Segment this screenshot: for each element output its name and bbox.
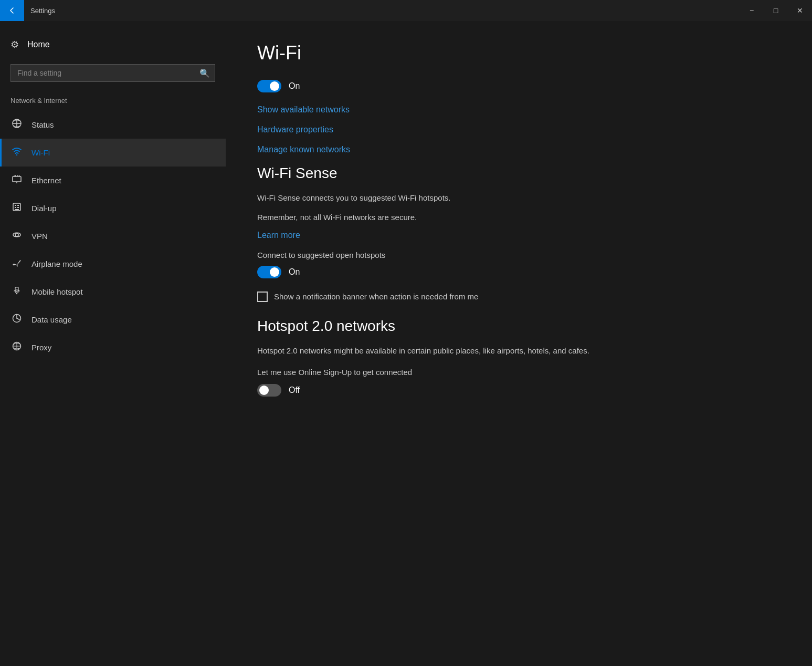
svg-rect-14 [17, 207, 19, 208]
sidebar: ⚙ Home 🔍 Network & Internet Status Wi-Fi [0, 21, 226, 666]
home-icon: ⚙ [10, 39, 19, 50]
close-button[interactable]: ✕ [788, 0, 812, 21]
wifi-toggle[interactable] [257, 80, 281, 92]
signup-toggle[interactable] [257, 384, 281, 397]
minimize-button[interactable]: − [740, 0, 764, 21]
page-title: Wi-Fi [257, 42, 781, 64]
sidebar-item-data-usage[interactable]: Data usage [0, 306, 226, 334]
mobile-hotspot-icon [10, 285, 23, 298]
toggle-thumb [270, 81, 279, 91]
svg-rect-13 [15, 207, 16, 208]
signup-toggle-track [257, 384, 281, 397]
maximize-button[interactable]: □ [764, 0, 788, 21]
hotspot-title: Hotspot 2.0 networks [257, 318, 781, 335]
sidebar-item-mobile-hotspot[interactable]: Mobile hotspot [0, 278, 226, 306]
signup-toggle-label: Off [289, 386, 300, 395]
toggle-track [257, 80, 281, 92]
signup-toggle-thumb [259, 386, 269, 395]
connect-toggle-thumb [270, 267, 279, 277]
proxy-icon [10, 341, 23, 354]
learn-more-link[interactable]: Learn more [257, 231, 781, 240]
ethernet-icon [10, 174, 23, 187]
sidebar-item-dialup[interactable]: Dial-up [0, 194, 226, 222]
sidebar-item-status[interactable]: Status [0, 111, 226, 139]
sidebar-item-airplane[interactable]: Airplane mode [0, 250, 226, 278]
svg-point-16 [15, 233, 18, 236]
svg-rect-12 [17, 205, 19, 206]
svg-point-17 [16, 293, 17, 294]
notification-checkbox-row: Show a notification banner when action i… [257, 291, 781, 302]
hotspot-desc: Hotspot 2.0 networks might be available … [257, 345, 781, 357]
search-input[interactable] [10, 64, 215, 82]
connect-toggle-track [257, 266, 281, 278]
airplane-icon [10, 257, 23, 270]
connect-toggle-label: On [289, 267, 300, 277]
sidebar-section-label: Network & Internet [0, 92, 226, 111]
window-controls: − □ ✕ [740, 0, 812, 21]
sidebar-item-home[interactable]: ⚙ Home [0, 32, 226, 58]
signup-toggle-row: Off [257, 384, 781, 397]
sidebar-item-wifi[interactable]: Wi-Fi [0, 139, 226, 166]
back-button[interactable] [0, 0, 24, 21]
status-icon [10, 118, 23, 131]
dialup-icon [10, 202, 23, 215]
sidebar-item-vpn[interactable]: VPN [0, 222, 226, 250]
notification-checkbox-label: Show a notification banner when action i… [274, 291, 478, 302]
titlebar: Settings − □ ✕ [0, 0, 812, 21]
svg-point-3 [16, 154, 17, 155]
main-layout: ⚙ Home 🔍 Network & Internet Status Wi-Fi [0, 21, 812, 666]
sidebar-item-proxy[interactable]: Proxy [0, 334, 226, 361]
search-icon: 🔍 [199, 68, 210, 78]
wifi-sense-title: Wi-Fi Sense [257, 165, 781, 182]
svg-rect-15 [15, 209, 19, 210]
search-box: 🔍 [10, 64, 215, 82]
data-usage-icon [10, 313, 23, 326]
hardware-properties-link[interactable]: Hardware properties [257, 125, 781, 134]
home-label: Home [27, 40, 50, 49]
show-networks-link[interactable]: Show available networks [257, 105, 781, 115]
wifi-icon [10, 146, 23, 159]
manage-networks-link[interactable]: Manage known networks [257, 145, 781, 154]
wifi-sense-desc1: Wi-Fi Sense connects you to suggested Wi… [257, 192, 781, 204]
wifi-toggle-row: On [257, 80, 781, 92]
signup-label: Let me use Online Sign-Up to get connect… [257, 368, 781, 377]
svg-rect-11 [15, 205, 16, 206]
window-title: Settings [24, 7, 740, 15]
content-area: Wi-Fi On Show available networks Hardwar… [226, 21, 812, 666]
sidebar-item-ethernet[interactable]: Ethernet [0, 166, 226, 194]
notification-checkbox[interactable] [257, 292, 268, 302]
wifi-toggle-label: On [289, 81, 300, 91]
connect-toggle[interactable] [257, 266, 281, 278]
connect-toggle-row: On [257, 266, 781, 278]
connect-label: Connect to suggested open hotspots [257, 251, 781, 259]
vpn-icon [10, 230, 23, 243]
svg-rect-4 [13, 176, 21, 182]
wifi-sense-desc2: Remember, not all Wi-Fi networks are sec… [257, 212, 781, 224]
